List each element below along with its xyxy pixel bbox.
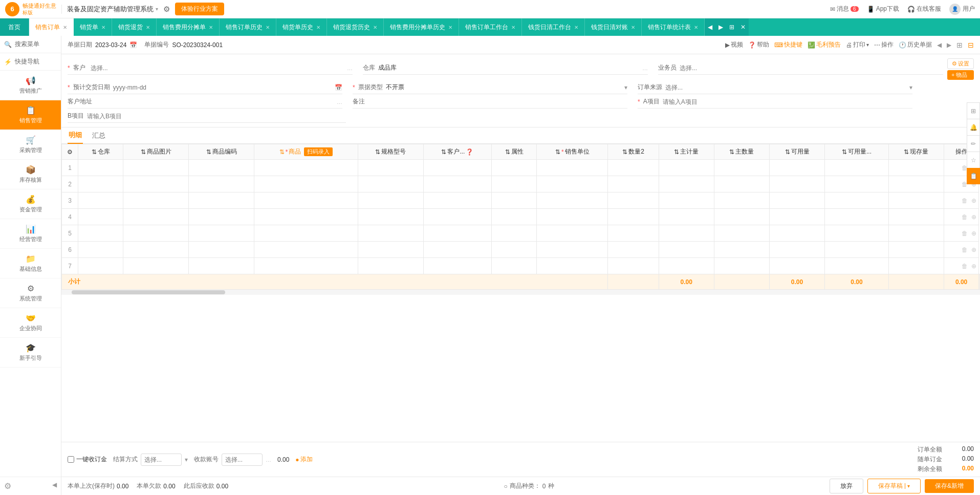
sidebar-collapse-btn[interactable]: ◀ bbox=[52, 481, 57, 491]
order-source-dropdown[interactable]: ▾ bbox=[909, 84, 912, 91]
settings-action-btn[interactable]: ⚙ 设置 bbox=[947, 58, 974, 69]
row4-copy-btn[interactable]: ⊕ bbox=[971, 213, 976, 221]
th-attr[interactable]: ⇅ 属性 bbox=[491, 144, 536, 160]
discard-btn[interactable]: 放弃 bbox=[830, 479, 863, 493]
sidebar-item-collab[interactable]: 🤝 企业协同 bbox=[0, 308, 61, 338]
save-new-btn[interactable]: 保存&新增 bbox=[925, 479, 974, 493]
toolbar-prev-btn[interactable]: ◀ bbox=[937, 41, 942, 49]
th-available2[interactable]: ⇅ 可用量... bbox=[825, 144, 889, 160]
bank-more-icon[interactable]: … bbox=[266, 457, 271, 463]
tab-close-icon12[interactable]: ✕ bbox=[694, 25, 698, 30]
scan-enter-btn[interactable]: 扫码录入 bbox=[304, 147, 333, 156]
sidebar-quick-nav[interactable]: ⚡ 快捷导航 bbox=[0, 53, 61, 71]
tab-detail[interactable]: 明细 bbox=[68, 127, 83, 144]
tab-workbench[interactable]: 销售订单工作台 ✕ bbox=[459, 18, 522, 36]
salesman-input[interactable] bbox=[680, 64, 943, 72]
tab-sales-order[interactable]: 销售订单 ✕ bbox=[29, 18, 74, 36]
toolbar-expand-btn[interactable]: ⊟ bbox=[968, 41, 974, 49]
side-action-btn-5[interactable]: 📋 bbox=[967, 168, 980, 184]
th-spec[interactable]: ⇅ 规格型号 bbox=[358, 144, 423, 160]
tab-close-icon2[interactable]: ✕ bbox=[101, 25, 105, 30]
sidebar-item-business[interactable]: 📊 经营管理 bbox=[0, 219, 61, 249]
help-btn[interactable]: ❓ 帮助 bbox=[748, 40, 769, 49]
sidebar-item-finance[interactable]: 💰 资金管理 bbox=[0, 189, 61, 219]
th-main-qty[interactable]: ⇅ 主数量 bbox=[714, 144, 769, 160]
sidebar-item-guide[interactable]: 🎓 新手引导 bbox=[0, 338, 61, 368]
sidebar-item-marketing[interactable]: 📢 营销推广 bbox=[0, 71, 61, 100]
nav-prev-btn[interactable]: ◀ bbox=[705, 18, 715, 36]
data-table-container[interactable]: ⚙ ⇅ 仓库 ⇅ 商品图片 bbox=[61, 144, 980, 442]
tab-goods-history[interactable]: 销货单历史 ✕ bbox=[276, 18, 327, 36]
side-action-btn-1[interactable]: ⊞ bbox=[967, 102, 980, 119]
shortcut-btn[interactable]: ⌨ 快捷键 bbox=[774, 40, 802, 49]
row7-copy-btn[interactable]: ⊕ bbox=[971, 263, 976, 270]
history-btn[interactable]: 🕐 历史单据 bbox=[899, 40, 932, 49]
notification-area[interactable]: ✉ 消息 6 bbox=[830, 5, 859, 13]
view-btn[interactable]: ▶ 视频 bbox=[725, 40, 743, 49]
toolbar-next-btn[interactable]: ▶ bbox=[947, 41, 951, 49]
row5-copy-btn[interactable]: ⊕ bbox=[971, 230, 976, 237]
sidebar-search-btn[interactable]: 🔍 搜索菜单 bbox=[0, 36, 61, 53]
delivery-calendar-icon[interactable]: 📅 bbox=[335, 84, 342, 91]
th-goods[interactable]: ⇅ * 商品 扫码录入 bbox=[254, 144, 358, 160]
row3-copy-btn[interactable]: ⊕ bbox=[971, 197, 976, 204]
ticket-type-dropdown[interactable]: ▾ bbox=[624, 84, 627, 91]
profit-btn[interactable]: 💹 毛利预告 bbox=[808, 40, 841, 49]
app-title-dropdown[interactable]: 装备及固定资产辅助管理系统 ▾ bbox=[61, 5, 158, 14]
th-warehouse[interactable]: ⇅ 仓库 bbox=[78, 144, 123, 160]
payment-dropdown-icon[interactable]: ▾ bbox=[185, 456, 188, 463]
app-download-btn[interactable]: 📱 App下载 bbox=[867, 5, 899, 13]
online-service-btn[interactable]: 🎧 在线客服 bbox=[907, 5, 941, 13]
toolbar-grid-btn[interactable]: ⊞ bbox=[956, 41, 963, 49]
row4-delete-btn[interactable]: 🗑 bbox=[962, 213, 968, 221]
tab-close-icon3[interactable]: ✕ bbox=[146, 25, 150, 30]
th-available[interactable]: ⇅ 可用量 bbox=[769, 144, 824, 160]
warehouse-more-icon[interactable]: … bbox=[642, 65, 648, 71]
sidebar-item-purchase[interactable]: 🛒 采购管理 bbox=[0, 130, 61, 160]
side-action-btn-4[interactable]: ☆ bbox=[967, 152, 980, 168]
sidebar-item-inventory[interactable]: 📦 库存核算 bbox=[0, 160, 61, 189]
order-source-input[interactable] bbox=[665, 84, 906, 91]
tab-return-history[interactable]: 销货退货历史 ✕ bbox=[327, 18, 384, 36]
th-current-stock[interactable]: ⇅ 现存量 bbox=[888, 144, 944, 160]
tab-summary[interactable]: 汇总 bbox=[91, 127, 106, 144]
print-dropdown-icon[interactable]: ▾ bbox=[866, 42, 869, 48]
nav-next-btn[interactable]: ▶ bbox=[715, 18, 726, 36]
tab-reconcile[interactable]: 钱货日清对账 ✕ bbox=[585, 18, 642, 36]
tab-close-icon6[interactable]: ✕ bbox=[316, 25, 320, 30]
a-project-input[interactable] bbox=[663, 98, 912, 105]
note-input[interactable] bbox=[368, 98, 627, 105]
b-project-input[interactable] bbox=[87, 113, 346, 120]
industry-btn[interactable]: 体验行业方案 bbox=[175, 3, 224, 15]
customer-more-icon[interactable]: … bbox=[347, 65, 353, 71]
delivery-date-input[interactable] bbox=[113, 84, 332, 91]
sidebar-gear-btn[interactable]: ⚙ bbox=[4, 481, 11, 491]
row6-copy-btn[interactable]: ⊕ bbox=[971, 246, 976, 253]
tab-fee-split[interactable]: 销售费用分摊单 ✕ bbox=[157, 18, 220, 36]
bank-no-input[interactable] bbox=[222, 454, 263, 466]
user-area[interactable]: 👤 用户 bbox=[949, 4, 975, 15]
th-setting[interactable]: ⚙ bbox=[62, 144, 78, 160]
sidebar-item-system[interactable]: ⚙ 系统管理 bbox=[0, 278, 61, 308]
nav-close-btn[interactable]: ✕ bbox=[737, 18, 749, 36]
more-ops-btn[interactable]: ⋯ 操作 bbox=[874, 40, 894, 49]
address-more-icon[interactable]: … bbox=[337, 99, 342, 105]
calendar-icon[interactable]: 📅 bbox=[129, 41, 137, 49]
add-row-btn[interactable]: ● 添加 bbox=[295, 455, 312, 464]
tab-close-icon9[interactable]: ✕ bbox=[511, 25, 515, 30]
th-customer-goods[interactable]: ⇅ 客户... ❓ bbox=[423, 144, 491, 160]
add-goods-btn[interactable]: + 物品 bbox=[947, 70, 974, 80]
nav-expand-btn[interactable]: ⊞ bbox=[726, 18, 737, 36]
sidebar-item-sales[interactable]: 📋 销售管理 bbox=[0, 100, 61, 130]
tab-close-icon11[interactable]: ✕ bbox=[631, 25, 635, 30]
one-click-checkbox[interactable]: 一键收订金 bbox=[68, 455, 107, 464]
th-unit[interactable]: ⇅ * 销售单位 bbox=[537, 144, 608, 160]
tab-sales-goods[interactable]: 销货单 ✕ bbox=[74, 18, 112, 36]
gear-settings-btn[interactable]: ⚙ bbox=[163, 5, 170, 14]
side-action-btn-3[interactable]: ✏ bbox=[967, 135, 980, 152]
row5-delete-btn[interactable]: 🗑 bbox=[962, 230, 968, 237]
tab-return[interactable]: 销货退货 ✕ bbox=[112, 18, 157, 36]
th-qty2[interactable]: ⇅ 数量2 bbox=[608, 144, 659, 160]
tab-fee-history[interactable]: 销售费用分摊单历史 ✕ bbox=[384, 18, 459, 36]
tab-close-icon5[interactable]: ✕ bbox=[266, 25, 270, 30]
